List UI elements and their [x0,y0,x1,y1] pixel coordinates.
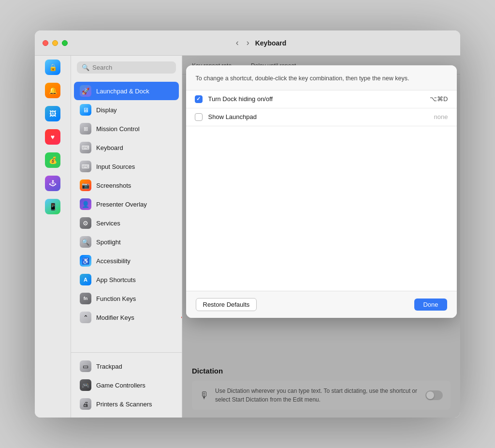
maximize-button[interactable] [62,40,68,46]
search-icon: 🔍 [82,64,89,71]
sidebar-left-item-2: 🔔 [35,79,71,102]
modal-overlay: To change a shortcut, double-click the k… [182,56,460,418]
sidebar-item-input[interactable]: ⌨ Input Sources [74,157,179,176]
launchpad-label: Launchpad & Dock [96,88,149,95]
dock-hiding-checkbox[interactable]: ✓ [195,95,203,103]
sidebar-left-icon-5: 💰 [45,152,60,168]
printers-label: Printers & Scanners [96,401,152,408]
fnkeys-label: Function Keys [96,295,136,302]
sidebar-bottom: ▭ Trackpad 🎮 Game Controllers 🖨 Printers… [71,352,182,418]
presenter-icon: 👤 [80,198,91,210]
main-window: ‹ › Keyboard 🔒 🔔 🖼 ♥ 💰 🕹 [35,30,460,418]
services-icon: ⚙ [80,217,91,229]
sidebar-item-launchpad[interactable]: 🚀 Launchpad & Dock [74,82,179,100]
game-label: Game Controllers [96,382,146,389]
display-icon: 🖥 [80,104,91,116]
modal-instruction: To change a shortcut, double-click the k… [186,65,457,90]
shortcuts-modal: To change a shortcut, double-click the k… [186,65,457,318]
input-icon: ⌨ [80,161,91,172]
sidebar-item-screenshots[interactable]: 📷 Screenshots [74,176,179,194]
sidebar-left-icon-1: 🔒 [45,60,60,75]
sidebar-left-item-3: 🖼 [35,102,71,125]
sidebar-left-item-6: 🕹 [35,172,71,195]
sidebar-left-item-4: ♥ [35,125,71,149]
display-label: Display [96,106,117,114]
modifier-icon: ⌃ [80,312,91,323]
printers-icon: 🖨 [80,398,91,410]
services-label: Services [96,220,120,227]
restore-defaults-button[interactable]: Restore Defaults [196,298,257,311]
main-content: 🔒 🔔 🖼 ♥ 💰 🕹 📱 🔍 [35,56,460,418]
dock-hiding-label: Turn Dock hiding on/off [208,95,424,103]
trackpad-icon: ▭ [80,360,91,372]
sidebar-left-icon-7: 📱 [45,199,60,214]
sidebar-item-printers[interactable]: 🖨 Printers & Scanners [74,395,179,413]
back-button[interactable]: ‹ [234,37,241,49]
game-icon: 🎮 [80,379,91,391]
presenter-label: Presenter Overlay [96,201,147,208]
sidebar-left-icon-4: ♥ [45,129,60,145]
sidebar-item-services[interactable]: ⚙ Services [74,214,179,232]
spotlight-icon: 🔍 [80,236,91,248]
launchpad-checkbox[interactable] [195,113,203,121]
sidebar-left-icon-2: 🔔 [45,83,60,98]
modifier-label: Modifier Keys [96,314,134,321]
sidebar-items-list: 🚀 Launchpad & Dock 🖥 Display ⊞ Miss [71,79,182,352]
title-bar-center: ‹ › Keyboard [68,37,452,49]
launchpad-icon: 🚀 [80,85,91,97]
sidebar-left-item-1: 🔒 [35,56,71,79]
sidebar-left: 🔒 🔔 🖼 ♥ 💰 🕹 📱 [35,56,71,418]
sidebar-item-mission[interactable]: ⊞ Mission Control [74,119,179,138]
screenshot-icon: 📷 [80,179,91,191]
sidebar-item-accessibility[interactable]: ♿ Accessibility [74,252,179,270]
trackpad-label: Trackpad [96,363,122,370]
sidebar-item-fnkeys[interactable]: fn Function Keys [74,289,179,308]
search-input[interactable] [92,64,171,71]
traffic-lights [43,40,68,46]
sidebar-item-trackpad[interactable]: ▭ Trackpad [74,357,179,375]
keyboard-icon: ⌨ [80,142,91,153]
shortcut-row-launchpad[interactable]: Show Launchpad none [186,108,457,126]
checkmark-icon: ✓ [196,96,201,102]
sidebar-item-modifier[interactable]: ⌃ Modifier Keys [74,308,179,327]
done-button[interactable]: Done [414,299,447,311]
mission-icon: ⊞ [80,123,91,134]
modal-spacer [186,126,457,291]
sidebar-item-display[interactable]: 🖥 Display [74,101,179,119]
window-title: Keyboard [255,39,287,47]
close-button[interactable] [43,40,48,46]
sidebar-item-spotlight[interactable]: 🔍 Spotlight [74,233,179,251]
shortcut-row-dock[interactable]: ✓ Turn Dock hiding on/off ⌥⌘D [186,90,457,108]
sidebar-center: 🔍 🚀 Launchpad & Dock 🖥 Display [71,56,182,418]
title-bar: ‹ › Keyboard [35,30,460,56]
fnkeys-icon: fn [80,293,91,304]
launchpad-shortcut-label: Show Launchpad [208,113,428,120]
dock-hiding-key: ⌥⌘D [430,95,448,103]
minimize-button[interactable] [52,40,58,46]
appshortcuts-label: App Shortcuts [96,276,136,284]
forward-button[interactable]: › [245,37,251,49]
keyboard-label: Keyboard [96,144,123,151]
input-label: Input Sources [96,163,135,170]
spotlight-label: Spotlight [96,239,121,246]
mission-label: Mission Control [96,125,140,133]
sidebar-item-keyboard[interactable]: ⌨ Keyboard [74,138,179,157]
sidebar-left-icon-6: 🕹 [45,176,60,191]
screenshots-label: Screenshots [96,182,131,189]
sidebar-left-item-7: 📱 [35,195,71,218]
sidebar-item-game[interactable]: 🎮 Game Controllers [74,376,179,394]
accessibility-icon: ♿ [80,255,91,267]
sidebar-left-icon-3: 🖼 [45,106,60,121]
appshortcuts-icon: A [80,274,91,285]
arrow-annotation [176,312,182,323]
accessibility-label: Accessibility [96,257,131,265]
search-bar[interactable]: 🔍 [77,61,176,74]
sidebar-left-item-5: 💰 [35,149,71,172]
modal-footer: Restore Defaults Done [186,291,457,318]
instruction-text: To change a shortcut, double-click the k… [196,75,409,82]
sidebar-item-appshortcuts[interactable]: A App Shortcuts [74,270,179,289]
launchpad-shortcut-key: none [434,113,448,120]
right-panel: Key repeat rate Delay until repeat To ch… [182,56,460,418]
sidebar-item-presenter[interactable]: 👤 Presenter Overlay [74,195,179,213]
